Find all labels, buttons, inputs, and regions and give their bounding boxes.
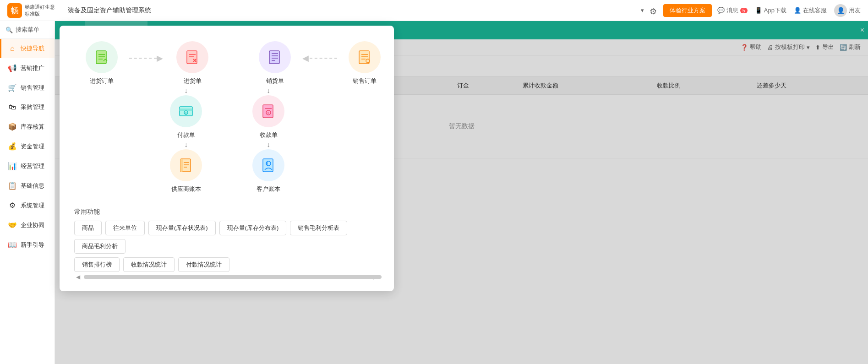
scroll-bar-row: ◀ ▶ (74, 274, 379, 280)
sales-icon: 🛒 (8, 83, 17, 92)
label-receipt-bill: 收款单 (260, 131, 278, 139)
common-func-section: 常用功能 商品 往来单位 现存量(库存状况表) 现存量(库存分布表) 销售毛利分… (74, 208, 379, 272)
sidebar-item-label-operations: 经营管理 (21, 162, 44, 170)
sidebar-item-operations[interactable]: 📊 经营管理 (0, 156, 55, 176)
header-dropdown[interactable]: ▾ (641, 7, 644, 14)
circle-sales-bill (259, 41, 291, 73)
base-info-icon: 📋 (8, 181, 17, 190)
func-btn-sales-rank[interactable]: 销售排行榜 (74, 257, 120, 272)
dropdown-icon: ▾ (641, 7, 644, 14)
arrowhead-2-left: ◀ (302, 53, 310, 63)
system-title: 装备及固定资产辅助管理系统 (68, 6, 635, 15)
circle-customer-account (252, 149, 284, 181)
search-icon: 🔍 (5, 27, 13, 33)
arrow-purchase-order-to-bill (129, 58, 157, 59)
sidebar-item-sales[interactable]: 🛒 销售管理 (0, 78, 55, 98)
trial-button[interactable]: 体验行业方案 (663, 4, 712, 17)
node-customer-account: 客户账本 (241, 149, 296, 193)
online-service-button[interactable]: 👤 在线客服 (794, 6, 827, 15)
scroll-left-arrow[interactable]: ◀ (74, 274, 82, 280)
svg-text:¥: ¥ (267, 111, 269, 114)
app-download-label: App下载 (764, 6, 786, 15)
flow-row-arrows-down: ↓ ↓ (74, 87, 296, 94)
svg-rect-9 (269, 51, 279, 64)
circle-supplier-account (170, 149, 202, 181)
logo-area: 畅 畅康通好生意 标准版 (7, 3, 62, 18)
message-icon: 💬 (717, 7, 725, 14)
operations-icon: 📊 (8, 162, 17, 170)
scroll-thumb[interactable] (84, 275, 382, 279)
sidebar-item-sys-manage[interactable]: ⚙ 系统管理 (0, 196, 55, 215)
flow-row-arrows-down2: ↓ ↓ (74, 141, 296, 148)
sidebar-item-label-finance: 资金管理 (21, 142, 44, 151)
sidebar-item-label-marketing: 营销推广 (21, 64, 44, 72)
sidebar-item-label-new-guide: 新手引导 (21, 241, 44, 249)
arrow-down-purchase: ↓ (158, 87, 213, 94)
node-purchase-order: 进货订单 (74, 41, 129, 85)
app-icon: 📱 (755, 7, 762, 14)
modal-box: 进货订单 ▶ (60, 26, 394, 291)
func-btn-goods[interactable]: 商品 (74, 221, 102, 235)
common-func-title: 常用功能 (74, 208, 379, 216)
svg-rect-14 (359, 51, 369, 64)
logo-icon: 畅 (7, 3, 22, 18)
new-guide-icon: 📖 (8, 240, 17, 249)
label-purchase-order: 进货订单 (90, 77, 114, 85)
arrow-down-receipt: ↓ (241, 141, 296, 148)
arrowhead-1: ▶ (157, 53, 165, 63)
label-sales-bill: 销货单 (266, 77, 284, 85)
circle-purchase-bill (176, 41, 208, 73)
func-btn-stock-dist[interactable]: 现存量(库存分布表) (219, 221, 287, 235)
quick-nav-icon: ⌂ (8, 44, 17, 53)
svg-rect-0 (96, 51, 106, 64)
func-buttons-row2: 销售排行榜 收款情况统计 付款情况统计 (74, 257, 379, 272)
sidebar-item-label-sales: 销售管理 (21, 84, 44, 92)
online-service-label: 在线客服 (803, 6, 827, 15)
purchase-icon: 🛍 (8, 103, 17, 111)
func-btn-payment-stat[interactable]: 付款情况统计 (178, 257, 229, 272)
sidebar-item-enterprise[interactable]: 🤝 企业协同 (0, 215, 55, 235)
sidebar: 🔍 搜索菜单 ⌂ 快捷导航 📢 营销推广 🛒 销售管理 🛍 采购管理 📦 (0, 21, 55, 364)
sidebar-search-label: 搜索菜单 (16, 26, 39, 34)
sidebar-item-marketing[interactable]: 📢 营销推广 (0, 58, 55, 78)
sidebar-item-new-guide[interactable]: 📖 新手引导 (0, 235, 55, 255)
sidebar-item-base-info[interactable]: 📋 基础信息 (0, 176, 55, 196)
sidebar-item-quick-nav[interactable]: ⌂ 快捷导航 (0, 39, 55, 58)
label-purchase-bill: 进货单 (184, 77, 202, 85)
sys-manage-icon: ⚙ (8, 201, 17, 210)
sidebar-item-purchase[interactable]: 🛍 采购管理 (0, 98, 55, 117)
down-arrow-4: ↓ (267, 141, 270, 148)
flow-diagram: 进货订单 ▶ (74, 37, 379, 202)
gear-button[interactable]: ⚙ (650, 6, 658, 15)
scroll-track[interactable] (84, 275, 370, 279)
label-sales-order: 销售订单 (353, 77, 377, 85)
sidebar-item-label-base-info: 基础信息 (21, 182, 44, 190)
label-payment-bill: 付款单 (177, 131, 195, 139)
flow-row-top: 进货订单 ▶ (74, 41, 392, 85)
modal-overlay[interactable]: 进货订单 ▶ (55, 21, 868, 364)
func-btn-partners[interactable]: 往来单位 (105, 221, 145, 235)
finance-icon: 💰 (8, 142, 17, 151)
sidebar-item-inventory[interactable]: 📦 库存核算 (0, 117, 55, 136)
logo-text: 畅康通好生意 标准版 (25, 4, 55, 17)
sidebar-search[interactable]: 🔍 搜索菜单 (0, 21, 55, 39)
down-arrow-3: ↓ (184, 141, 188, 148)
user-menu[interactable]: 👤 用友 (834, 4, 861, 17)
enterprise-icon: 🤝 (8, 221, 17, 229)
flow-row-middle: ¥ 付款单 ¥ (74, 95, 296, 139)
sidebar-item-label-sys-manage: 系统管理 (21, 201, 44, 210)
down-arrow-2: ↓ (267, 87, 270, 94)
sidebar-item-finance[interactable]: 💰 资金管理 (0, 136, 55, 156)
inventory-icon: 📦 (8, 122, 17, 131)
sidebar-item-label-quick-nav: 快捷导航 (21, 44, 44, 53)
func-btn-sales-gross[interactable]: 销售毛利分析表 (290, 221, 347, 235)
arrow-down-sales: ↓ (241, 87, 296, 94)
message-button[interactable]: 💬 消息 5 (717, 6, 748, 15)
app-download-button[interactable]: 📱 App下载 (755, 6, 786, 15)
func-btn-receipt-stat[interactable]: 收款情况统计 (123, 257, 175, 272)
label-supplier-account: 供应商账本 (171, 185, 201, 193)
header-right: 💬 消息 5 📱 App下载 👤 在线客服 👤 用友 (717, 4, 861, 17)
func-btn-goods-gross[interactable]: 商品毛利分析 (74, 239, 126, 254)
svg-rect-34 (267, 162, 267, 165)
func-btn-stock-status[interactable]: 现存量(库存状况表) (148, 221, 216, 235)
